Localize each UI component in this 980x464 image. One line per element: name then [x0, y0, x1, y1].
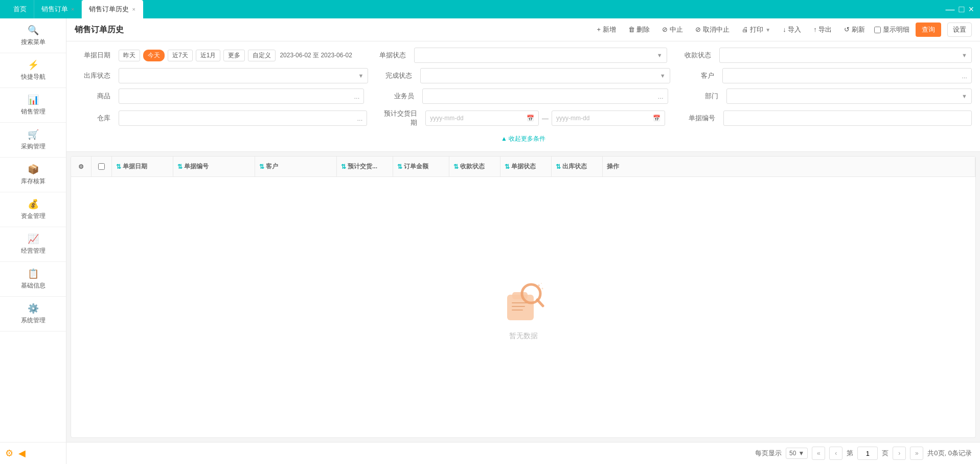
- customer-label: 客户: [678, 71, 714, 80]
- sort-icon: ⇅: [556, 163, 561, 170]
- tab-sales-order[interactable]: 销售订单 ×: [34, 0, 82, 18]
- sidebar-item-purchase-mgmt[interactable]: 🛒 采购管理: [0, 123, 66, 158]
- page-number-input[interactable]: [857, 447, 878, 460]
- delivery-date-to[interactable]: yyyy-mm-dd 📅: [552, 111, 665, 126]
- salesperson-input[interactable]: ...: [422, 89, 668, 104]
- expected-delivery-label: 预计交货日期: [381, 109, 417, 127]
- import-btn[interactable]: ↓ 导入: [780, 23, 804, 36]
- collapse-filter-btn[interactable]: ▲ 收起更多条件: [75, 132, 972, 145]
- page-size-select[interactable]: 50 ▼: [786, 448, 808, 459]
- sidebar-item-basic-info[interactable]: 📋 基础信息: [0, 262, 66, 297]
- order-status-label: 单据状态: [370, 51, 406, 60]
- chevron-down-icon: ▼: [962, 52, 967, 58]
- sidebar-item-label: 系统管理: [21, 316, 45, 325]
- window-maximize-btn[interactable]: □: [959, 4, 965, 15]
- empty-state: 暂无数据: [477, 254, 569, 361]
- empty-illustration: [498, 274, 549, 325]
- sort-icon: ⇅: [259, 163, 264, 170]
- display-toggle-checkbox[interactable]: [874, 27, 881, 33]
- department-label: 部门: [682, 92, 718, 101]
- new-btn[interactable]: + 新增: [594, 23, 619, 36]
- print-btn[interactable]: 🖨 打印 ▼: [739, 23, 774, 36]
- delivery-status-select[interactable]: ▼: [119, 68, 368, 83]
- sidebar-collapse-btn[interactable]: ◀: [18, 448, 26, 459]
- prev-page-btn[interactable]: ‹: [829, 447, 842, 460]
- quick-nav-icon: ⚡: [28, 59, 39, 71]
- tab-home[interactable]: 首页: [6, 0, 34, 18]
- query-btn[interactable]: 查询: [916, 23, 941, 37]
- window-minimize-btn[interactable]: —: [946, 4, 955, 15]
- first-page-btn[interactable]: «: [812, 447, 825, 460]
- tab-sales-order-history[interactable]: 销售订单历史 ×: [82, 0, 143, 18]
- sidebar-item-search-menu[interactable]: 🔍 搜索菜单: [0, 18, 66, 53]
- sidebar-item-system-mgmt[interactable]: ⚙️ 系统管理: [0, 297, 66, 332]
- customer-input[interactable]: ...: [722, 68, 972, 83]
- refresh-btn[interactable]: ↺ 刷新: [841, 23, 868, 36]
- close-tab-history[interactable]: ×: [132, 6, 135, 12]
- display-toggle-label: 显示明细: [883, 25, 909, 34]
- select-all-checkbox[interactable]: [98, 163, 105, 170]
- product-input[interactable]: ...: [119, 89, 364, 104]
- th-checkbox[interactable]: [92, 157, 112, 176]
- last1month-btn[interactable]: 近1月: [196, 50, 221, 61]
- order-no-input[interactable]: [723, 111, 972, 126]
- product-label: 商品: [75, 92, 110, 101]
- settings-btn[interactable]: 设置: [947, 23, 972, 37]
- page-actions: + 新增 🗑 删除 ⊘ 中止 ⊘ 取消中止 🖨 打印 ▼ ↓ 导入 ↑ 导出 ↺…: [594, 23, 972, 37]
- date-range-filter: 昨天 今天 近7天 近1月 更多 自定义 2023-06-02 至 2023-0…: [119, 50, 362, 61]
- operations-mgmt-icon: 📈: [28, 233, 39, 245]
- completion-status-label: 完成状态: [376, 71, 412, 80]
- sort-icon: ⇅: [341, 163, 346, 170]
- sidebar-item-inventory-calc[interactable]: 📦 库存核算: [0, 158, 66, 192]
- total-records: 共0页, 0条记录: [927, 449, 972, 458]
- order-status-select[interactable]: ▼: [414, 48, 667, 63]
- next-page-btn[interactable]: ›: [893, 447, 906, 460]
- salesperson-label: 业务员: [378, 92, 414, 101]
- today-btn[interactable]: 今天: [143, 50, 165, 61]
- cancel-stop-btn[interactable]: ⊘ 取消中止: [692, 23, 733, 36]
- chevron-down-icon: ▼: [358, 73, 363, 79]
- sidebar-item-label: 资金管理: [21, 212, 45, 220]
- svg-point-7: [538, 284, 540, 286]
- chevron-down-icon: ▼: [657, 52, 663, 58]
- payment-status-select[interactable]: ▼: [719, 48, 972, 63]
- sidebar-item-capital-mgmt[interactable]: 💰 资金管理: [0, 192, 66, 227]
- page-after-label: 页: [882, 449, 888, 458]
- svg-point-9: [541, 283, 542, 284]
- sidebar-item-quick-nav[interactable]: ⚡ 快捷导航: [0, 53, 66, 88]
- delete-btn[interactable]: 🗑 删除: [625, 23, 653, 36]
- completion-status-select[interactable]: ▼: [420, 68, 670, 83]
- last7days-btn[interactable]: 近7天: [168, 50, 193, 61]
- export-btn[interactable]: ↑ 导出: [810, 23, 835, 36]
- calendar-icon: 📅: [527, 115, 534, 122]
- last-page-btn[interactable]: »: [910, 447, 923, 460]
- custom-btn[interactable]: 自定义: [248, 50, 276, 61]
- close-tab-sales-order[interactable]: ×: [71, 6, 74, 12]
- th-customer: ⇅ 客户: [255, 157, 337, 176]
- th-payment-status: ⇅ 收款状态: [449, 157, 500, 176]
- delivery-date-from[interactable]: yyyy-mm-dd 📅: [425, 111, 539, 126]
- yesterday-btn[interactable]: 昨天: [119, 50, 140, 61]
- th-settings[interactable]: ⚙: [71, 157, 92, 176]
- sidebar-settings-btn[interactable]: ⚙: [5, 448, 13, 459]
- window-close-btn[interactable]: ×: [968, 4, 974, 15]
- sidebar-item-operations-mgmt[interactable]: 📈 经营管理: [0, 227, 66, 262]
- sidebar-item-sales-mgmt[interactable]: 📊 销售管理: [0, 88, 66, 123]
- stop-btn[interactable]: ⊘ 中止: [659, 23, 686, 36]
- sidebar-item-label: 采购管理: [21, 142, 45, 151]
- sidebar-item-label: 基础信息: [21, 281, 45, 290]
- display-toggle[interactable]: 显示明细: [874, 25, 909, 34]
- filter-panel: 单据日期 昨天 今天 近7天 近1月 更多 自定义 2023-06-02 至 2…: [66, 41, 980, 152]
- warehouse-input[interactable]: ...: [119, 111, 367, 126]
- sort-icon: ⇅: [397, 163, 402, 170]
- sidebar-item-label: 快捷导航: [21, 73, 45, 81]
- pagination-bar: 每页显示 50 ▼ « ‹ 第 页 › » 共0页, 0条记录: [66, 442, 980, 464]
- empty-text: 暂无数据: [509, 332, 538, 341]
- th-order-status: ⇅ 单据状态: [500, 157, 552, 176]
- payment-status-label: 收款状态: [675, 51, 711, 60]
- th-date: ⇅ 单据日期: [112, 157, 173, 176]
- department-select[interactable]: ▼: [726, 89, 972, 104]
- sort-icon: ⇅: [453, 163, 459, 170]
- calendar-icon: 📅: [653, 115, 660, 122]
- more-btn[interactable]: 更多: [223, 50, 245, 61]
